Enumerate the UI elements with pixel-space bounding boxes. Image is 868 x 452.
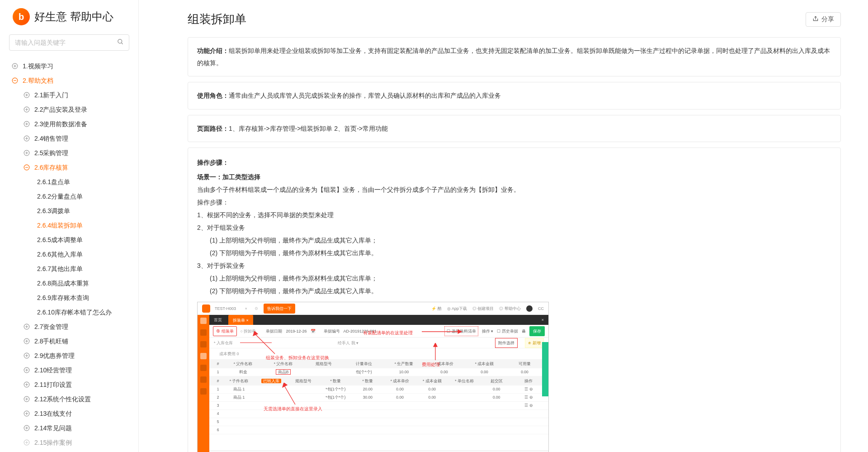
nav-leaf-2610[interactable]: 2.6.10库存帐本错了怎么办 <box>9 305 129 319</box>
nav-sub-214[interactable]: 2.14常见问题 <box>9 421 129 435</box>
td: 6 <box>213 426 223 434</box>
share-label: 分享 <box>821 15 834 24</box>
embed-anno4: 无需选清单的直接在这里录入 <box>264 404 322 414</box>
nav-sub-210[interactable]: 2.10经营管理 <box>9 363 129 377</box>
menu-icon <box>200 365 207 371</box>
nav-sub-21[interactable]: 2.1新手入门 <box>9 88 129 102</box>
nav-leaf-265[interactable]: 2.6.5成本调整单 <box>9 233 129 247</box>
nav-leaf-268[interactable]: 2.6.8商品成本重算 <box>9 276 129 290</box>
nav-label: 2.6.1盘点单 <box>37 175 70 189</box>
embed-child-row: 1商品 1*包(1个*个)20.000.000.000.00☰ ⊖ <box>209 385 548 394</box>
svg-marker-52 <box>458 330 462 333</box>
plus-icon <box>23 381 31 389</box>
nav-sub-22[interactable]: 2.2产品安装及登录 <box>9 102 129 117</box>
nav-label: 2.6.4组装拆卸单 <box>37 218 83 233</box>
menu-icon <box>200 388 207 395</box>
search-input[interactable] <box>9 34 129 51</box>
embed-code: TEST-H003 <box>215 305 236 313</box>
plus-icon <box>11 62 19 70</box>
nav-sub-24[interactable]: 2.4销售管理 <box>9 131 129 146</box>
close-icon: × <box>542 316 544 324</box>
td: 20.00 <box>352 385 384 393</box>
td: 0.00 <box>384 385 416 393</box>
nav-label: 2.1新手入门 <box>34 88 68 102</box>
nav-label: 2.4销售管理 <box>34 131 68 146</box>
plus-icon <box>23 149 31 157</box>
nav-sub-212[interactable]: 2.12系统个性化设置 <box>9 392 129 406</box>
sidebar: b 好生意 帮助中心 1.视频学习 2.帮助文档 2.1新手入门 2.2产品安装… <box>0 0 139 452</box>
embed-demo-btn: 告诉我信一下 <box>264 304 295 314</box>
role-text: 通常由生产人员或库管人员完成拆装业务的操作，库管人员确认原材料的出库和产成品的入… <box>229 92 501 99</box>
nav-item-video[interactable]: 1.视频学习 <box>9 59 129 73</box>
search-box <box>9 34 129 51</box>
embedded-screenshot: TEST-H003 ▾ ⚙ 告诉我信一下 ⚡ 酷 ◎ App下载 ◎ 创建项目 … <box>197 302 549 452</box>
embed-child-row: 4 <box>209 410 548 418</box>
td: 0.00 <box>481 394 513 401</box>
nav-item-docs[interactable]: 2.帮助文档 2.1新手入门 2.2产品安装及登录 2.3使用前数据准备 2.4… <box>9 73 129 450</box>
nav-label: 2.6.7其他出库单 <box>37 262 83 276</box>
nav-sub-213[interactable]: 2.13在线支付 <box>9 406 129 421</box>
nav-leaf-261[interactable]: 2.6.1盘点单 <box>9 175 129 189</box>
td: 料盒 <box>223 368 263 376</box>
nav-label: 2.6.2分量盘点单 <box>37 189 83 204</box>
nav-label: 2.2产品安装及登录 <box>34 102 87 117</box>
nav-label: 2.8手机旺铺 <box>34 334 68 348</box>
nav-leaf-266[interactable]: 2.6.6其他入库单 <box>9 247 129 262</box>
path-text: 1、库存核算->库存管理->组装拆卸单 2、首页->常用功能 <box>229 125 388 132</box>
td: 包(个*个) <box>344 368 384 376</box>
svg-marker-54 <box>253 331 258 336</box>
embed-anno3: 费用处理 <box>422 360 440 369</box>
nav-leaf-269[interactable]: 2.6.9库存账本查询 <box>9 290 129 305</box>
td: 3 <box>213 402 223 409</box>
share-icon <box>812 15 819 23</box>
nav-sub-25[interactable]: 2.5采购管理 <box>9 146 129 160</box>
nav-sub-29[interactable]: 2.9优惠券管理 <box>9 348 129 363</box>
td: *包(1个*个) <box>320 385 352 393</box>
calendar-icon: 📅 <box>311 327 316 335</box>
svg-line-1 <box>121 43 123 44</box>
th: 计量单位 <box>344 360 384 368</box>
nav-leaf-263[interactable]: 2.6.3调拨单 <box>9 204 129 218</box>
scene1-desc: 当由多个子件材料组装成一个成品的业务为【组装】业务，当由一个父件拆分成多个子产品… <box>197 183 831 196</box>
arrow-icon <box>282 383 300 405</box>
plus-icon <box>23 424 31 432</box>
embed-tb-r3: ◎ 创建项目 <box>472 305 494 313</box>
td: 2 <box>213 394 223 401</box>
td: ☰ ⊖ <box>513 402 545 409</box>
share-button[interactable]: 分享 <box>806 12 841 27</box>
nav-sub-27[interactable]: 2.7资金管理 <box>9 319 129 334</box>
embed-tab-active: 拆装单 × <box>228 315 253 326</box>
td: 1 <box>213 368 223 376</box>
arrow-icon <box>422 328 462 335</box>
embed-content: 首页 拆装单 × × ⦿ 组装单 ○ 拆卸单 单据日期 2019-12-26 📅… <box>209 315 548 452</box>
embed-child-row: 6 <box>209 426 548 434</box>
nav-sub-215[interactable]: 2.15操作案例 <box>9 435 129 450</box>
nav-leaf-264[interactable]: 2.6.4组装拆卸单 <box>9 218 129 233</box>
th: 已转入库 <box>261 379 281 383</box>
embed-wh-label: * 入库仓库 <box>214 339 233 347</box>
embed-code-label: 单据编号 <box>324 327 340 335</box>
th: * 单位名称 <box>448 377 480 385</box>
nav-leaf-262[interactable]: 2.6.2分量盘点单 <box>9 189 129 204</box>
td: 5 <box>213 418 223 426</box>
search-icon[interactable] <box>117 38 124 47</box>
embed-action: 操作 ▾ <box>482 327 494 335</box>
embed-tb-r1: ⚡ 酷 <box>431 305 442 313</box>
nav-sub-26[interactable]: 2.6库存核算 2.6.1盘点单 2.6.2分量盘点单 2.6.3调拨单 2.6… <box>9 160 129 319</box>
page-title: 组装拆卸单 <box>188 11 246 27</box>
embed-child-row: 2商品 1*包(1个*个)30.000.000.000.00☰ ⊖ <box>209 394 548 402</box>
nav-sub-211[interactable]: 2.11打印设置 <box>9 377 129 392</box>
plus-icon <box>23 409 31 418</box>
nav-sub-23[interactable]: 2.3使用前数据准备 <box>9 117 129 131</box>
nav-sub-28[interactable]: 2.8手机旺铺 <box>9 334 129 348</box>
td: 30.00 <box>352 394 384 401</box>
nav-label: 2.7资金管理 <box>34 319 68 334</box>
td: *包(1个*个) <box>320 394 352 401</box>
scene1-label: 场景一：加工类型选择 <box>197 171 831 183</box>
menu-icon <box>200 329 207 336</box>
step3b: (2) 下部明细为子件明细，最终作为产成品生成其它入库单。 <box>197 285 831 297</box>
nav-leaf-267[interactable]: 2.6.7其他出库单 <box>9 262 129 276</box>
th: * 数量 <box>320 377 352 385</box>
th: * 成本金额 <box>464 360 505 368</box>
td: 商品B <box>276 369 291 375</box>
